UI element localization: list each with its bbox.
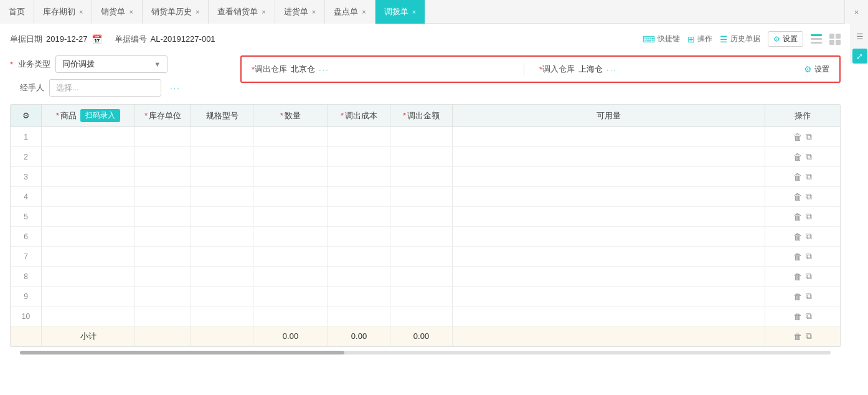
tab-sales-order-close[interactable]: × (129, 8, 133, 16)
row-product[interactable] (42, 187, 135, 206)
row-amount[interactable] (390, 227, 453, 246)
row-unit[interactable] (135, 187, 191, 206)
row-quantity[interactable] (253, 167, 328, 186)
row-copy-icon[interactable]: ⧉ (806, 251, 812, 262)
transfer-in-more[interactable]: ··· (606, 65, 617, 74)
row-product[interactable] (42, 227, 135, 246)
tab-sales-order[interactable]: 销货单 × (92, 0, 142, 24)
row-delete-icon[interactable]: 🗑 (793, 192, 802, 202)
row-amount[interactable] (390, 287, 453, 306)
row-cost[interactable] (328, 267, 390, 286)
row-quantity[interactable] (253, 187, 328, 206)
row-unit[interactable] (135, 247, 191, 266)
row-product[interactable] (42, 267, 135, 286)
operations-button[interactable]: ⊞ 操作 (687, 34, 712, 44)
row-quantity[interactable] (253, 307, 328, 326)
row-quantity[interactable] (253, 227, 328, 246)
row-amount[interactable] (390, 207, 453, 226)
row-product[interactable] (42, 167, 135, 186)
row-cost[interactable] (328, 127, 390, 146)
calendar-icon[interactable]: 📅 (92, 34, 102, 44)
row-unit[interactable] (135, 167, 191, 186)
row-delete-icon[interactable]: 🗑 (793, 212, 802, 222)
row-unit[interactable] (135, 207, 191, 226)
row-product[interactable] (42, 127, 135, 146)
tab-purchase-order[interactable]: 进货单 × (275, 0, 325, 24)
close-all-tabs-button[interactable]: × (844, 0, 868, 24)
transfer-out-more[interactable]: ··· (319, 65, 329, 74)
row-delete-icon[interactable]: 🗑 (793, 312, 802, 321)
row-quantity[interactable] (253, 127, 328, 146)
row-unit[interactable] (135, 127, 191, 146)
row-delete-icon[interactable]: 🗑 (793, 292, 802, 302)
row-copy-icon[interactable]: ⧉ (806, 311, 812, 321)
row-delete-icon[interactable]: 🗑 (793, 232, 802, 242)
row-cost[interactable] (328, 227, 390, 246)
row-spec[interactable] (191, 227, 253, 246)
row-amount[interactable] (390, 187, 453, 206)
row-unit[interactable] (135, 227, 191, 246)
tab-sales-history-close[interactable]: × (196, 8, 199, 16)
row-quantity[interactable] (253, 267, 328, 286)
subtotal-copy-icon[interactable]: ⧉ (806, 331, 812, 341)
row-unit[interactable] (135, 267, 191, 286)
row-product[interactable] (42, 147, 135, 166)
sidebar-expand-icon[interactable]: ⤢ (852, 49, 867, 64)
row-amount[interactable] (390, 247, 453, 266)
row-spec[interactable] (191, 287, 253, 306)
tab-inventory-count-close[interactable]: × (362, 8, 366, 16)
row-cost[interactable] (328, 287, 390, 306)
row-quantity[interactable] (253, 207, 328, 226)
row-amount[interactable] (390, 147, 453, 166)
row-cost[interactable] (328, 307, 390, 326)
tab-transfer-order-close[interactable]: × (412, 8, 416, 16)
row-spec[interactable] (191, 247, 253, 266)
tab-view-sales[interactable]: 查看销货单 × (209, 0, 275, 24)
tab-inventory-init[interactable]: 库存期初 × (34, 0, 92, 24)
row-product[interactable] (42, 287, 135, 306)
business-type-select[interactable]: 同价调拨 ▼ (55, 55, 167, 73)
tab-view-sales-close[interactable]: × (262, 8, 265, 16)
row-spec[interactable] (191, 147, 253, 166)
row-unit[interactable] (135, 287, 191, 306)
warehouse-settings[interactable]: ⚙ 设置 (804, 64, 829, 75)
row-product[interactable] (42, 207, 135, 226)
row-cost[interactable] (328, 167, 390, 186)
tab-inventory-init-close[interactable]: × (79, 8, 83, 16)
row-copy-icon[interactable]: ⧉ (806, 151, 812, 162)
row-spec[interactable] (191, 207, 253, 226)
grid-view-icon[interactable] (829, 34, 841, 45)
row-spec[interactable] (191, 267, 253, 286)
sidebar-list-icon[interactable]: ☰ (852, 29, 867, 44)
row-copy-icon[interactable]: ⧉ (806, 171, 812, 182)
row-spec[interactable] (191, 187, 253, 206)
row-cost[interactable] (328, 187, 390, 206)
row-copy-icon[interactable]: ⧉ (806, 191, 812, 202)
tab-transfer-order[interactable]: 调拨单 × (375, 0, 425, 24)
person-more-icon[interactable]: ··· (170, 83, 181, 93)
row-amount[interactable] (390, 127, 453, 146)
row-spec[interactable] (191, 307, 253, 326)
view-toggle[interactable] (811, 34, 822, 44)
row-cost[interactable] (328, 147, 390, 166)
tab-home[interactable]: 首页 (0, 0, 34, 24)
row-amount[interactable] (390, 307, 453, 326)
row-product[interactable] (42, 307, 135, 326)
row-spec[interactable] (191, 127, 253, 146)
row-delete-icon[interactable]: 🗑 (793, 132, 802, 142)
row-delete-icon[interactable]: 🗑 (793, 152, 802, 162)
person-input[interactable]: 选择... (49, 79, 161, 97)
row-delete-icon[interactable]: 🗑 (793, 272, 802, 282)
row-product[interactable] (42, 247, 135, 266)
subtotal-delete-icon[interactable]: 🗑 (793, 331, 802, 341)
row-delete-icon[interactable]: 🗑 (793, 172, 802, 182)
tab-purchase-order-close[interactable]: × (312, 8, 316, 16)
row-quantity[interactable] (253, 287, 328, 306)
settings-button[interactable]: ⚙ 设置 (768, 31, 803, 47)
tab-inventory-count[interactable]: 盘点单 × (325, 0, 375, 24)
row-unit[interactable] (135, 147, 191, 166)
history-button[interactable]: ☰ 历史单据 (720, 34, 760, 44)
row-amount[interactable] (390, 267, 453, 286)
row-copy-icon[interactable]: ⧉ (806, 291, 812, 302)
row-quantity[interactable] (253, 247, 328, 266)
